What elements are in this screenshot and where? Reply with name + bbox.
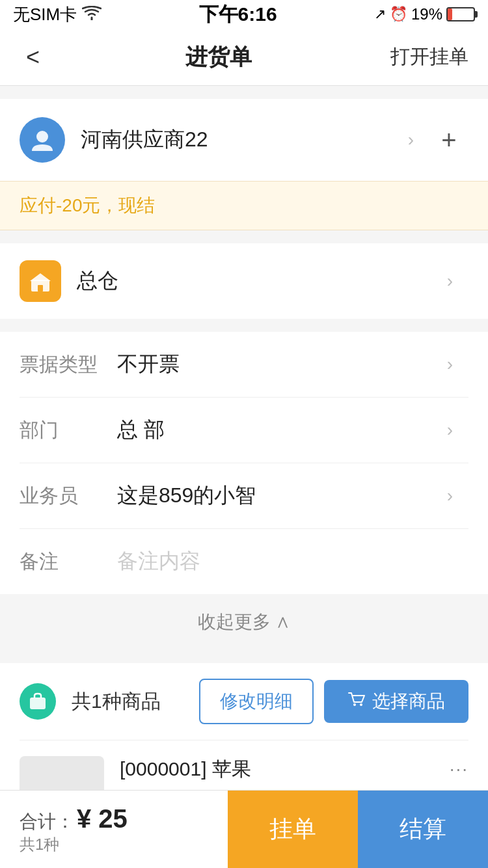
alarm-icon: ⏰ bbox=[390, 6, 407, 23]
svg-rect-4 bbox=[30, 698, 46, 709]
form-section: 票据类型 不开票 › 部门 总 部 › 业务员 这是859的小智 › 备注 备注… bbox=[0, 332, 488, 594]
product-title: 苹果 bbox=[212, 758, 251, 780]
status-time: 下午6:16 bbox=[199, 1, 277, 28]
total-amount: ¥ 25 bbox=[77, 804, 128, 834]
battery-icon bbox=[446, 7, 475, 21]
product-code: [0000001] bbox=[120, 758, 206, 780]
warehouse-row[interactable]: 总仓 › bbox=[0, 243, 488, 319]
salesman-chevron-icon: › bbox=[447, 485, 453, 506]
department-row[interactable]: 部门 总 部 › bbox=[0, 398, 488, 463]
nav-bar: < 进货单 打开挂单 bbox=[0, 29, 488, 86]
invoice-type-row[interactable]: 票据类型 不开票 › bbox=[0, 332, 488, 397]
settle-button[interactable]: 结算 bbox=[358, 791, 488, 868]
status-right: ↗ ⏰ 19% bbox=[374, 5, 475, 23]
cart-icon bbox=[347, 691, 366, 712]
product-header: 共1种商品 修改明细 选择商品 bbox=[0, 663, 488, 740]
status-left: 无SIM卡 bbox=[13, 3, 102, 26]
svg-point-0 bbox=[36, 131, 48, 142]
supplier-section: 河南供应商22 › + 应付-20元，现结 bbox=[0, 99, 488, 230]
product-count-text: 共1种商品 bbox=[72, 688, 199, 715]
edit-detail-button[interactable]: 修改明细 bbox=[199, 679, 314, 724]
select-product-button[interactable]: 选择商品 bbox=[324, 680, 468, 723]
wifi-icon bbox=[82, 5, 102, 25]
supplier-chevron-icon: › bbox=[408, 129, 414, 150]
total-count: 共1种 bbox=[20, 834, 208, 855]
svg-point-6 bbox=[360, 703, 362, 706]
warehouse-section: 总仓 › bbox=[0, 243, 488, 319]
salesman-label: 业务员 bbox=[20, 483, 117, 509]
hold-button[interactable]: 挂单 bbox=[228, 791, 358, 868]
notice-bar: 应付-20元，现结 bbox=[0, 181, 488, 230]
add-button[interactable]: + bbox=[429, 120, 468, 159]
product-count-icon bbox=[20, 683, 56, 720]
invoice-type-value: 不开票 bbox=[117, 350, 447, 379]
total-label: 合计： bbox=[20, 809, 74, 834]
supplier-row[interactable]: 河南供应商22 › + bbox=[0, 99, 488, 181]
department-chevron-icon: › bbox=[447, 420, 453, 441]
department-label: 部门 bbox=[20, 417, 117, 444]
page-title: 进货单 bbox=[185, 42, 252, 72]
total-section: 合计： ¥ 25 共1种 bbox=[0, 791, 228, 868]
supplier-avatar bbox=[20, 117, 65, 163]
open-hold-button[interactable]: 打开挂单 bbox=[390, 44, 468, 70]
warehouse-chevron-icon: › bbox=[447, 271, 453, 292]
status-bar: 无SIM卡 下午6:16 ↗ ⏰ 19% bbox=[0, 0, 488, 29]
department-value: 总 部 bbox=[117, 416, 447, 444]
svg-rect-3 bbox=[38, 285, 43, 292]
remark-label: 备注 bbox=[20, 549, 117, 575]
signal-text: 无SIM卡 bbox=[13, 3, 77, 26]
product-name: [0000001] 苹果 bbox=[120, 756, 429, 783]
salesman-value: 这是859的小智 bbox=[117, 481, 447, 510]
warehouse-name: 总仓 bbox=[77, 267, 447, 295]
location-icon: ↗ bbox=[374, 6, 386, 23]
back-button[interactable]: < bbox=[20, 37, 46, 77]
invoice-chevron-icon: › bbox=[447, 354, 453, 375]
warehouse-icon bbox=[20, 260, 61, 302]
invoice-type-label: 票据类型 bbox=[20, 351, 117, 378]
more-dots-icon[interactable]: ··· bbox=[450, 759, 468, 780]
collapse-button[interactable]: 收起更多 ∧ bbox=[0, 594, 488, 650]
svg-point-5 bbox=[353, 703, 356, 706]
bottom-bar: 合计： ¥ 25 共1种 挂单 结算 bbox=[0, 790, 488, 868]
svg-marker-2 bbox=[30, 273, 51, 281]
product-more[interactable]: ··· bbox=[429, 756, 468, 780]
salesman-row[interactable]: 业务员 这是859的小智 › bbox=[0, 463, 488, 528]
battery-percent: 19% bbox=[411, 5, 442, 23]
select-product-label: 选择商品 bbox=[372, 689, 445, 714]
supplier-name: 河南供应商22 bbox=[81, 126, 408, 154]
remark-placeholder: 备注内容 bbox=[117, 547, 468, 576]
remark-row[interactable]: 备注 备注内容 bbox=[0, 529, 488, 594]
